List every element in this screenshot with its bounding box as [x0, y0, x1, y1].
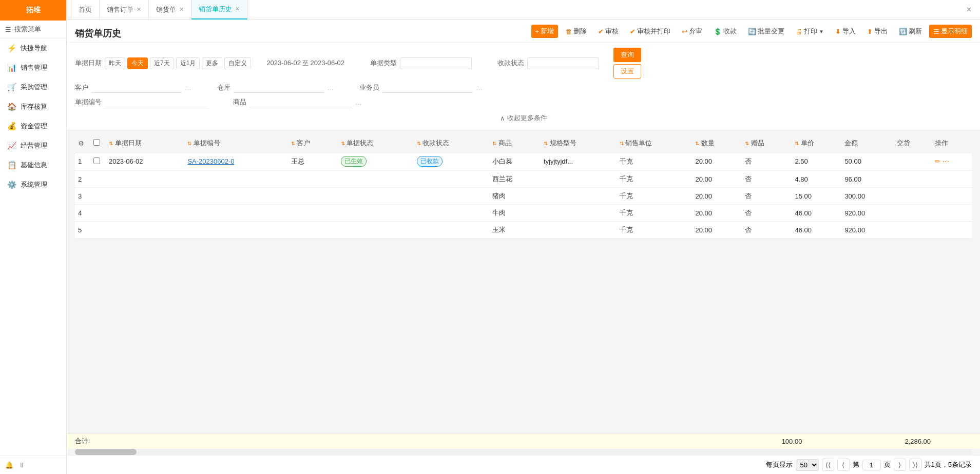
- table-row: 5玉米千克20.00否46.00920.00: [75, 222, 972, 239]
- cell-sales-unit: 千克: [617, 171, 693, 188]
- business-dots[interactable]: …: [476, 84, 483, 92]
- sidebar-bottom-icon1[interactable]: 🔔: [5, 461, 13, 469]
- batch-change-button[interactable]: 🔄 批量变更: [744, 25, 789, 38]
- col-goods[interactable]: ⇅ 商品: [489, 134, 541, 152]
- col-settings[interactable]: ⚙: [75, 134, 90, 152]
- col-doc-no[interactable]: ⇅ 单据编号: [184, 134, 287, 152]
- abandon-button[interactable]: ↩ 弃审: [678, 25, 706, 38]
- show-detail-button[interactable]: ☰ 显示明细: [929, 25, 972, 38]
- row-checkbox[interactable]: [93, 157, 100, 164]
- col-sales-unit[interactable]: ⇅ 销售单位: [617, 134, 693, 152]
- sidebar-item-sales-mgmt[interactable]: 📊 销售管理: [0, 58, 66, 77]
- col-customer[interactable]: ⇅ 客户: [288, 134, 338, 152]
- cell-checkbox[interactable]: [90, 222, 106, 239]
- col-unit-price[interactable]: ⇅ 单价: [792, 134, 841, 152]
- warehouse-dots[interactable]: …: [327, 84, 334, 92]
- sidebar-item-basic-info[interactable]: 📋 基础信息: [0, 155, 66, 175]
- sidebar-item-search-menu[interactable]: ☰ 搜索菜单: [0, 21, 66, 38]
- filter-payment-select[interactable]: [527, 57, 599, 69]
- cell-checkbox[interactable]: [90, 205, 106, 222]
- sidebar-item-finance[interactable]: 💰 资金管理: [0, 116, 66, 136]
- audit-button[interactable]: ✔ 审核: [594, 25, 623, 38]
- scrollbar-thumb[interactable]: [75, 449, 137, 455]
- cell-checkbox[interactable]: [90, 188, 106, 205]
- sidebar-item-purchase-mgmt[interactable]: 🛒 采购管理: [0, 77, 66, 97]
- cell-sales-unit: 千克: [617, 222, 693, 239]
- filter-goods-input[interactable]: [249, 97, 352, 107]
- col-spec[interactable]: ⇅ 规格型号: [541, 134, 617, 152]
- filter-business-input[interactable]: [382, 83, 473, 93]
- filter-warehouse-input[interactable]: [234, 83, 324, 93]
- page-number-input[interactable]: 1: [862, 460, 881, 470]
- edit-icon[interactable]: ✏: [935, 157, 940, 165]
- sidebar-item-label: 采购管理: [21, 83, 47, 92]
- yesterday-btn[interactable]: 昨天: [105, 57, 125, 69]
- first-page-button[interactable]: ⟨⟨: [822, 459, 834, 471]
- refresh-button[interactable]: 🔃 刷新: [895, 25, 926, 38]
- page-label-2: 页: [884, 460, 891, 469]
- last-month-btn[interactable]: 近1月: [176, 57, 200, 69]
- filter-doc-type-select[interactable]: [400, 57, 472, 69]
- settings-button[interactable]: 设置: [613, 64, 641, 78]
- cell-checkbox[interactable]: [90, 171, 106, 188]
- cell-action[interactable]: ✏⋯: [932, 152, 972, 171]
- goods-dots[interactable]: …: [355, 98, 362, 106]
- col-qty[interactable]: ⇅ 数量: [692, 134, 742, 152]
- horizontal-scrollbar[interactable]: [75, 449, 972, 455]
- tab-bar-close-button[interactable]: ✕: [962, 6, 976, 13]
- sidebar-item-label: 快捷导航: [21, 44, 47, 53]
- customer-dots[interactable]: …: [185, 84, 191, 92]
- collect-button[interactable]: 💲 收款: [709, 25, 741, 38]
- today-btn[interactable]: 今天: [127, 57, 148, 69]
- sidebar-item-sys-mgmt[interactable]: ⚙️ 系统管理: [0, 175, 66, 194]
- sys-icon: ⚙️: [7, 180, 16, 189]
- collapse-button[interactable]: ∧ 收起更多条件: [75, 111, 972, 125]
- per-page-select[interactable]: 50: [796, 459, 819, 471]
- toolbar: + 新增 🗑 删除 ✔ 审核 ✔ 审核并打印 ↩ 弃审: [531, 25, 972, 42]
- tab-sales-goods-close[interactable]: ✕: [179, 6, 184, 13]
- print-button[interactable]: 🖨 打印 ▼: [792, 25, 828, 38]
- col-checkbox[interactable]: [90, 134, 106, 152]
- doc-no-link[interactable]: SA-20230602-0: [187, 157, 234, 165]
- tab-sales-history[interactable]: 销货单历史 ✕: [191, 0, 247, 19]
- import-button[interactable]: ⬇ 导入: [831, 25, 860, 38]
- last-page-button[interactable]: ⟩⟩: [909, 459, 921, 471]
- cell-doc-no[interactable]: SA-20230602-0: [184, 152, 287, 171]
- select-all-checkbox[interactable]: [93, 139, 100, 146]
- page-content: 销货单历史 + 新增 🗑 删除 ✔ 审核 ✔ 审核并打印: [67, 19, 980, 474]
- sidebar-item-ops[interactable]: 📈 经营管理: [0, 136, 66, 155]
- last7-btn[interactable]: 近7天: [150, 57, 174, 69]
- col-gift[interactable]: ⇅ 赠品: [742, 134, 792, 152]
- cell-checkbox[interactable]: [90, 152, 106, 171]
- col-payment-status[interactable]: ⇅ 收款状态: [414, 134, 490, 152]
- prev-page-button[interactable]: ⟨: [837, 459, 850, 471]
- tab-home[interactable]: 首页: [71, 0, 100, 19]
- cell-goods: 玉米: [489, 222, 541, 239]
- sidebar-item-inventory[interactable]: 🏠 库存核算: [0, 97, 66, 116]
- new-button[interactable]: + 新增: [531, 25, 559, 38]
- filter-doc-no-input[interactable]: [105, 97, 207, 107]
- audit-print-button[interactable]: ✔ 审核并打印: [626, 25, 675, 38]
- filter-customer-input[interactable]: [91, 83, 182, 93]
- query-button[interactable]: 查询: [613, 48, 641, 62]
- next-page-button[interactable]: ⟩: [894, 459, 906, 471]
- page-title: 销货单历史: [75, 27, 121, 40]
- col-date[interactable]: ⇅ 单据日期: [106, 134, 184, 152]
- cell-goods: 猪肉: [489, 188, 541, 205]
- sidebar-item-quick-nav[interactable]: ⚡ 快捷导航: [0, 38, 66, 58]
- sidebar-bottom-icon2[interactable]: ⏸: [18, 461, 25, 469]
- tab-sales-order[interactable]: 销售订单 ✕: [100, 0, 149, 19]
- more-date-btn[interactable]: 更多: [202, 57, 222, 69]
- tab-sales-history-close[interactable]: ✕: [235, 6, 240, 12]
- summary-row: 合计: 100.00 2,286.00: [67, 433, 980, 449]
- col-doc-status[interactable]: ⇅ 单据状态: [338, 134, 414, 152]
- col-action: 操作: [932, 134, 972, 152]
- delete-button[interactable]: 🗑 删除: [561, 25, 591, 38]
- tab-sales-order-close[interactable]: ✕: [137, 6, 141, 13]
- custom-date-btn[interactable]: 自定义: [224, 57, 251, 69]
- export-button[interactable]: ⬆ 导出: [863, 25, 892, 38]
- more-action-icon[interactable]: ⋯: [943, 157, 949, 165]
- audit-print-label: 审核并打印: [637, 27, 670, 36]
- spec-sort-icon: ⇅: [544, 141, 548, 146]
- tab-sales-goods[interactable]: 销货单 ✕: [149, 0, 191, 19]
